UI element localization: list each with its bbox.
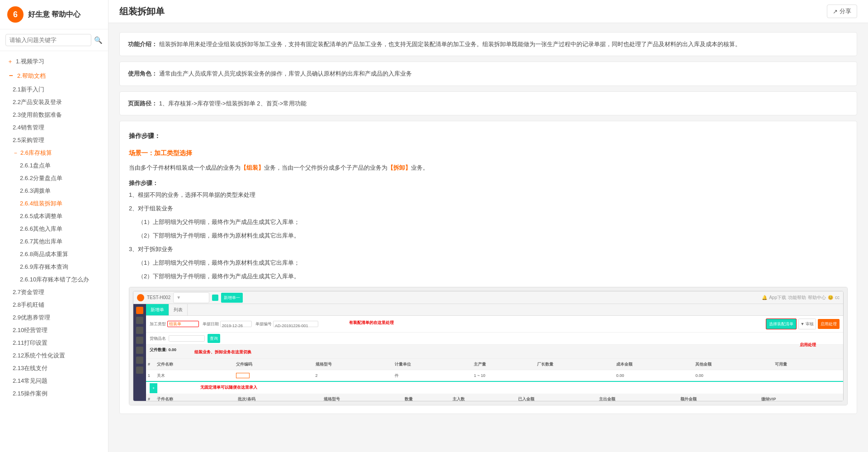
fake-search-row: 货物品名 查询: [146, 333, 843, 345]
annot2-text: 组装业务、拆卸业务在这里切换: [194, 350, 251, 354]
sidebar-item-s1[interactable]: ＋ 1.视频学习: [0, 55, 108, 68]
path-text: 1、库存核算->库存管理->组装拆卸单 2、首页->常用功能: [159, 100, 307, 107]
sidebar-item-s2-3[interactable]: 2.3使用前数据准备: [13, 109, 108, 121]
nav-tree: ＋ 1.视频学习 － 2.帮助文档 2.1新手入门 2.2产品安装及登录 2.3…: [0, 51, 108, 452]
fake-top-table: # 父件名称 父件编码 规格型号 计量单位 主产量 厂长数量 成本金额 其他金额: [146, 359, 843, 382]
sidebar-item-s2-15[interactable]: 2.15操作案例: [13, 387, 108, 400]
screenshot-container: TEST-H002 ▼ 新增单一 🔔 App下载 功能帮助 帮助中心 😊 cc: [129, 287, 848, 405]
fake-new-btn: 新增单一: [221, 293, 243, 303]
fake-bottom-table: # 子件名称 批次/条码 规格型号 数量 主入数 已入金额 主出金额 额外金额: [146, 394, 843, 401]
main-content: 组装拆卸单 ↗ 分享 功能介绍： 组装拆卸单用来处理企业组装或拆卸等加工业务，支…: [108, 0, 868, 452]
scene1-title: 场景一：加工类型选择: [129, 147, 848, 159]
sidebar-item-s2-6-3[interactable]: 2.6.3调拨单: [20, 185, 108, 197]
nav-sub-s2-6: 2.6.1盘点单 2.6.2分量盘点单 2.6.3调拨单 2.6.4组装拆卸单 …: [13, 159, 108, 286]
sidebar-item-s2-7[interactable]: 2.7资金管理: [13, 286, 108, 299]
search-button[interactable]: 🔍: [94, 36, 103, 44]
search-box: 🔍: [0, 29, 108, 51]
annot3-text: 启用处理: [800, 343, 816, 347]
sidebar-item-s2-2[interactable]: 2.2产品安装及登录: [13, 96, 108, 109]
fake-more-btn: ▼ 审核: [798, 319, 816, 329]
fake-docno-field: 单据编号 AD-20191226-001: [255, 319, 318, 329]
sidebar-item-s2-6[interactable]: － 2.6库存核算: [13, 147, 108, 159]
sidebar-item-s2-6-2[interactable]: 2.6.2分量盘点单: [20, 172, 108, 185]
function-intro-label: 功能介绍：: [128, 41, 157, 48]
sidebar: 6 好生意 帮助中心 🔍 ＋ 1.视频学习 － 2.帮助文档 2.1新手入门 2…: [0, 0, 108, 452]
fake-section-labels: 父件数量: 0.00 组装业务、拆卸业务在这里切换 启用处理: [146, 345, 843, 359]
search-input[interactable]: [5, 34, 91, 46]
sidebar-item-s2-14[interactable]: 2.14常见问题: [13, 375, 108, 387]
sidebar-item-s2-4[interactable]: 2.4销售管理: [13, 121, 108, 134]
annot1-area: 有装配清单的在这里处理: [322, 319, 762, 328]
annot1-text: 有装配清单的在这里处理: [349, 319, 394, 327]
sidebar-header: 6 好生意 帮助中心: [0, 0, 108, 29]
fake-sidebar-icon-7: [136, 366, 143, 374]
minus-icon: －: [7, 71, 14, 81]
fake-icon-2: App下载: [769, 293, 786, 302]
sidebar-item-s2-6-9[interactable]: 2.6.9库存账本查询: [20, 261, 108, 273]
fake-icon-4: 帮助中心: [808, 293, 826, 302]
sidebar-item-s2-6-5[interactable]: 2.6.5成本调整单: [20, 210, 108, 223]
fake-annotation-area: 有装配清单的在这里处理: [322, 319, 762, 329]
fake-refresh-icon: [212, 295, 218, 301]
fake-icon-1: 🔔: [762, 293, 767, 302]
fake-search-label: 货物品名: [150, 334, 166, 343]
fake-tab-list: 列表: [169, 304, 188, 315]
fake-select-btn: 选择装配清单: [766, 319, 797, 329]
sidebar-item-s2[interactable]: － 2.帮助文档: [0, 68, 108, 83]
fake-app-topbar: TEST-H002 ▼ 新增单一 🔔 App下载 功能帮助 帮助中心 😊 cc: [133, 291, 843, 304]
screenshot-inner: TEST-H002 ▼ 新增单一 🔔 App下载 功能帮助 帮助中心 😊 cc: [129, 287, 847, 405]
step1: 1、根据不同的业务，选择不同单据的类型来处理: [129, 189, 848, 201]
scene1-desc: 当由多个子件材料组装成一个成品的业务为【组装】业务，当由一个父件拆分成多个子产品…: [129, 162, 848, 174]
fake-sidebar-icon-5: [136, 347, 143, 354]
sidebar-item-s2-11[interactable]: 2.11打印设置: [13, 337, 108, 349]
sidebar-item-s2-8[interactable]: 2.8手机旺铺: [13, 299, 108, 311]
fake-btns: 选择装配清单 ▼ 审核 启用处理: [766, 319, 840, 329]
role-text: 通常由生产人员或库管人员完成拆装业务的操作，库管人员确认原材料的出库和产成品的入…: [159, 70, 412, 77]
fake-company: TEST-H002: [147, 293, 170, 302]
fake-add-row-btn: +: [150, 383, 157, 393]
table-row: 1 关木 2 件 1 ~ 10 0.00 0.00: [146, 370, 843, 382]
sidebar-item-s2-6-6[interactable]: 2.6.6其他入库单: [20, 223, 108, 235]
fake-app-icons: 🔔 App下载 功能帮助 帮助中心 😊 cc: [762, 293, 840, 302]
fake-app-tabs: 新增单 列表: [146, 304, 843, 316]
fake-enable-btn: 启用处理: [818, 319, 840, 329]
fake-app: TEST-H002 ▼ 新增单一 🔔 App下载 功能帮助 帮助中心 😊 cc: [133, 291, 844, 401]
page-title: 组装拆卸单: [119, 5, 165, 18]
fake-sidebar-icon-1: [136, 307, 143, 314]
step3: 3、对于拆卸业务: [129, 243, 848, 255]
step3-2: （2）下部明细为子件明细，最终作为产成品生成其它入库单。: [129, 271, 848, 282]
sidebar-item-s2-6-10[interactable]: 2.6.10库存账本错了怎么办: [20, 273, 108, 286]
fake-date-field: 单据日期 2019-12-26: [203, 319, 252, 329]
fake-icon-5: 😊: [828, 293, 833, 302]
sidebar-item-s2-10[interactable]: 2.10经营管理: [13, 324, 108, 337]
sidebar-item-s2-9[interactable]: 2.9优惠券管理: [13, 311, 108, 324]
annot4-text: 无固定清单可以随便在这里录入: [200, 385, 257, 390]
fake-parent-label: 父件数量: 0.00: [150, 346, 176, 357]
role-label: 使用角色：: [128, 70, 157, 77]
fake-sidebar-icon-6: [136, 357, 143, 364]
fake-app-sidebar: [133, 304, 146, 401]
annot4-area: 无固定清单可以随便在这里录入: [200, 381, 257, 393]
sidebar-item-s2-6-4[interactable]: 2.6.4组装拆卸单: [20, 197, 108, 210]
sidebar-item-s2-6-7[interactable]: 2.6.7其他出库单: [20, 235, 108, 248]
step2-2: （2）下部明细为子件明细，最终作为原材料生成其它出库单。: [129, 230, 848, 242]
share-button[interactable]: ↗ 分享: [827, 5, 857, 18]
fake-form: 加工类型 组装单 单据日期 2019-12-26: [146, 316, 843, 333]
fake-sidebar-icon-4: [136, 337, 143, 344]
content-area: 功能介绍： 组装拆卸单用来处理企业组装或拆卸等加工业务，支持有固定装配清单的产品…: [108, 23, 868, 452]
path-block: 页面路径： 1、库存核算->库存管理->组装拆卸单 2、首页->常用功能: [119, 91, 857, 115]
step3-1: （1）上部明细为父件明细，最终作为原材料生成其它出库单；: [129, 257, 848, 269]
annot3-area: 启用处理: [800, 338, 816, 350]
sidebar-item-s2-12[interactable]: 2.12系统个性化设置: [13, 349, 108, 362]
sidebar-item-s2-1[interactable]: 2.1新手入门: [13, 83, 108, 96]
sidebar-item-s2-13[interactable]: 2.13在线支付: [13, 362, 108, 375]
step2: 2、对于组装业务: [129, 203, 848, 214]
sidebar-item-s2-5[interactable]: 2.5采购管理: [13, 134, 108, 147]
fake-search-input: [169, 335, 205, 342]
fake-icon-3: 功能帮助: [788, 293, 806, 302]
sidebar-item-s2-6-1[interactable]: 2.6.1盘点单: [20, 159, 108, 172]
fake-search: ▼: [173, 292, 209, 303]
function-intro-block: 功能介绍： 组装拆卸单用来处理企业组装或拆卸等加工业务，支持有固定装配清单的产品…: [119, 32, 857, 56]
plus-icon: ＋: [7, 57, 13, 66]
sidebar-item-s2-6-8[interactable]: 2.6.8商品成本重算: [20, 248, 108, 261]
